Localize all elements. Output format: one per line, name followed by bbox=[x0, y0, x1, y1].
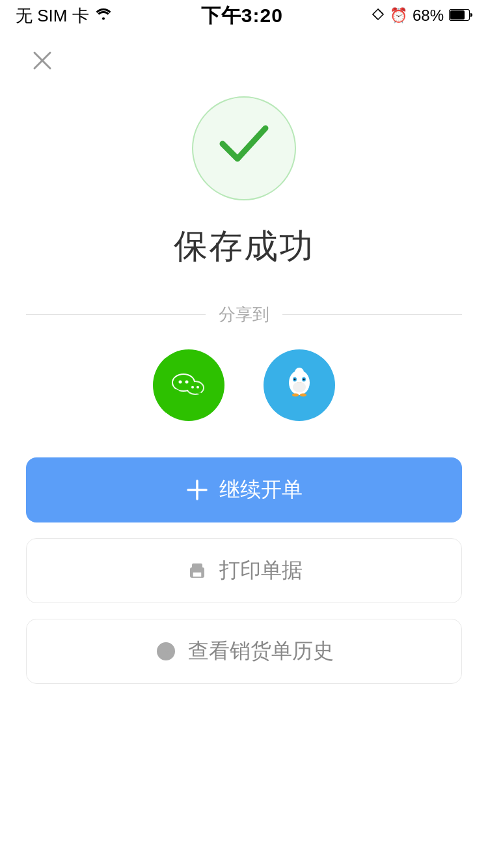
svg-point-13 bbox=[185, 381, 189, 384]
success-circle bbox=[192, 96, 296, 200]
divider-right bbox=[282, 314, 462, 315]
close-button[interactable] bbox=[26, 44, 59, 77]
success-title: 保存成功 bbox=[174, 224, 314, 269]
svg-rect-29 bbox=[193, 572, 202, 577]
location-icon bbox=[372, 7, 385, 25]
share-divider-row: 分享到 bbox=[26, 303, 462, 326]
sim-label: 无 SIM 卡 bbox=[16, 5, 89, 27]
svg-point-22 bbox=[293, 382, 306, 392]
wechat-share-button[interactable] bbox=[153, 349, 224, 421]
svg-point-14 bbox=[191, 386, 194, 388]
wechat-icon bbox=[167, 363, 211, 407]
svg-point-15 bbox=[197, 386, 199, 388]
svg-point-25 bbox=[295, 368, 304, 377]
share-section: 分享到 bbox=[26, 303, 462, 421]
print-button[interactable]: 打印单据 bbox=[26, 538, 462, 603]
continue-label: 继续开单 bbox=[219, 476, 303, 504]
main-content: 保存成功 分享到 bbox=[0, 77, 488, 868]
share-label: 分享到 bbox=[219, 303, 269, 326]
svg-point-11 bbox=[187, 382, 203, 394]
qq-icon bbox=[277, 363, 321, 407]
wifi-icon bbox=[94, 7, 113, 25]
printer-icon bbox=[185, 559, 209, 582]
svg-point-12 bbox=[179, 381, 182, 384]
alarm-icon: ⏰ bbox=[390, 7, 407, 24]
svg-point-24 bbox=[300, 394, 306, 397]
divider-left bbox=[26, 314, 206, 315]
status-time: 下午3:20 bbox=[201, 3, 283, 29]
battery-percent: 68% bbox=[413, 7, 444, 25]
actions: 继续开单 打印单据 查看销货单 bbox=[26, 457, 462, 684]
svg-point-23 bbox=[292, 394, 299, 397]
print-label: 打印单据 bbox=[219, 556, 303, 585]
battery-icon bbox=[449, 7, 472, 25]
svg-point-31 bbox=[201, 569, 203, 571]
history-button[interactable]: 查看销货单历史 bbox=[26, 619, 462, 684]
history-label: 查看销货单历史 bbox=[188, 637, 334, 666]
plus-icon bbox=[185, 478, 209, 502]
history-icon bbox=[154, 640, 178, 663]
check-icon bbox=[215, 116, 273, 177]
status-right: ⏰ 68% bbox=[372, 7, 472, 25]
svg-point-20 bbox=[303, 379, 305, 381]
qq-share-button[interactable] bbox=[264, 349, 335, 421]
continue-order-button[interactable]: 继续开单 bbox=[26, 457, 462, 522]
svg-rect-30 bbox=[193, 564, 202, 569]
status-bar: 无 SIM 卡 下午3:20 ⏰ 68% bbox=[0, 0, 488, 29]
svg-rect-1 bbox=[450, 10, 465, 20]
share-icons bbox=[153, 349, 335, 421]
close-area bbox=[0, 29, 488, 77]
status-left: 无 SIM 卡 bbox=[16, 5, 113, 27]
svg-point-19 bbox=[294, 379, 296, 381]
